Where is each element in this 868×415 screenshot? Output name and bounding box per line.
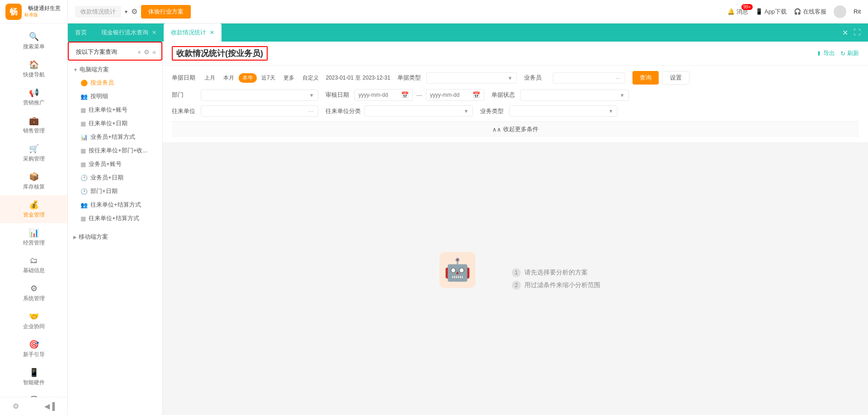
sidebar-item-operation[interactable]: 📊 经营管理	[0, 223, 67, 251]
basic-icon: 🗂	[30, 256, 38, 265]
audit-date-from-input[interactable]: 📅	[354, 89, 413, 101]
audit-date-from-field[interactable]	[359, 92, 399, 98]
sidebar-label-search: 搜索菜单	[23, 43, 45, 51]
query-button[interactable]: 查询	[632, 71, 659, 85]
cust-settle2-icon: ▦	[80, 215, 86, 222]
scheme-item-cust-dept-collect[interactable]: ▦ 按往来单位+部门+收...	[68, 144, 162, 157]
scheme-item-salesperson-date[interactable]: 🕐 业务员+日期	[68, 171, 162, 184]
scheme-group-desktop-header[interactable]: ▼ 电脑端方案	[68, 63, 162, 76]
scheme-item-customer-account[interactable]: ▦ 往来单位+账号	[68, 103, 162, 117]
export-button[interactable]: ⬆ 导出	[816, 49, 835, 57]
scheme-settings-button[interactable]: ⚙	[144, 48, 150, 56]
dept-arrow: ▾	[310, 92, 313, 99]
scheme-item-salesperson-settle[interactable]: 📊 业务员+结算方式	[68, 130, 162, 144]
doc-status-select[interactable]: ▾	[520, 90, 629, 101]
doc-status-arrow: ▾	[621, 92, 624, 99]
scheme-item-salesperson-account[interactable]: ▦ 业务员+账号	[68, 157, 162, 171]
audit-date-to-field[interactable]	[430, 92, 471, 98]
tab-collection-stat-close[interactable]: ✕	[210, 29, 214, 36]
sidebar-label-operation: 经营管理	[23, 239, 45, 247]
app-download-button[interactable]: 📱 App下载	[755, 8, 787, 16]
header-gear-icon[interactable]: ⚙	[131, 7, 137, 16]
sidebar-item-basic[interactable]: 🗂 基础信息	[0, 251, 67, 279]
scheme-group-mobile-header[interactable]: ▶ 移动端方案	[68, 231, 162, 243]
scheme-item-customer-date[interactable]: ▦ 往来单位+日期	[68, 117, 162, 130]
tab-close-all-icon[interactable]: ✕	[842, 28, 848, 37]
tab-home[interactable]: 首页	[68, 24, 94, 42]
marketing-icon: 📢	[29, 88, 39, 98]
audit-date-to-input[interactable]: 📅	[426, 89, 484, 101]
refresh-icon: ↻	[840, 50, 845, 57]
date-tab-prev-month[interactable]: 上月	[201, 73, 219, 83]
sidebar-item-sales[interactable]: 💼 销售管理	[0, 111, 67, 139]
counterpart-select[interactable]: ···	[201, 105, 318, 117]
tab-fullscreen-icon[interactable]: ⛶	[854, 28, 861, 37]
empty-tip-1: 1 请先选择要分析的方案	[512, 268, 600, 277]
set-button[interactable]: 设置	[662, 71, 689, 85]
collapse-panel-button[interactable]: «	[152, 48, 156, 56]
trial-button[interactable]: 体验行业方案	[141, 5, 191, 19]
scheme-item-by-salesperson[interactable]: 🟠 按业务员	[68, 76, 162, 90]
date-tab-this-year[interactable]: 本年	[239, 73, 257, 83]
settings-bottom-icon[interactable]: ⚙	[13, 402, 19, 410]
scheme-item-cust-settle2[interactable]: ▦ 往来单位+结算方式	[68, 212, 162, 225]
filter-biz-type: 业务类型 ▾	[480, 105, 618, 117]
header-dropdown-icon[interactable]: ▾	[125, 9, 127, 15]
online-service-button[interactable]: 🎧 在线客服	[794, 8, 826, 16]
date-tab-custom[interactable]: 自定义	[299, 73, 322, 83]
scheme-item-by-detail[interactable]: 👥 按明细	[68, 90, 162, 103]
counterpart-type-select[interactable]: ▾	[364, 105, 473, 117]
date-tab-this-month[interactable]: 本月	[220, 73, 238, 83]
sidebar-item-search[interactable]: 🔍 搜索菜单	[0, 27, 67, 55]
tab-bank-flow[interactable]: 现金银行流水查询 ✕	[94, 24, 164, 42]
scheme-item-label-salesperson: 按业务员	[90, 79, 114, 87]
scheme-group-mobile-label: 移动端方案	[79, 233, 108, 241]
sidebar-item-quick-nav[interactable]: 🏠 快捷导航	[0, 55, 67, 83]
add-scheme-button[interactable]: +	[137, 48, 141, 56]
sidebar: 畅 畅捷通好生意 标准版 🔍 搜索菜单 🏠 快捷导航 📢 营销推广 💼 销售管理…	[0, 0, 68, 415]
sp-date-icon: 🕐	[80, 174, 88, 181]
sidebar-item-guide[interactable]: 🎯 新手引导	[0, 335, 67, 363]
doc-type-select[interactable]: ▾	[426, 72, 517, 84]
filter-doc-status: 单据状态 ▾	[491, 90, 629, 101]
scheme-item-dept-date[interactable]: 🕐 部门+日期	[68, 184, 162, 198]
sidebar-item-marketing[interactable]: 📢 营销推广	[0, 83, 67, 111]
empty-tip-2-text: 用过滤条件来缩小分析范围	[524, 281, 600, 289]
tab-bank-flow-close[interactable]: ✕	[152, 29, 156, 36]
date-tab-more[interactable]: 更多	[280, 73, 298, 83]
sidebar-logo: 畅 畅捷通好生意 标准版	[0, 0, 67, 24]
biz-type-label: 业务类型	[480, 107, 505, 115]
date-tab-last7[interactable]: 近7天	[258, 73, 279, 83]
sidebar-item-inventory[interactable]: 📦 库存核算	[0, 167, 67, 195]
operation-icon: 📊	[29, 228, 39, 238]
empty-tips: 1 请先选择要分析的方案 2 用过滤条件来缩小分析范围	[512, 268, 600, 290]
app-download-label: App下载	[764, 8, 787, 16]
biz-type-select[interactable]: ▾	[509, 105, 618, 117]
group-expand-arrow: ▼	[73, 67, 78, 72]
sidebar-item-capital[interactable]: 💰 资金管理	[0, 195, 67, 223]
notification-button[interactable]: 🔔 消息 99+	[727, 8, 748, 16]
sidebar-item-wechat[interactable]: 💬 企业微信	[0, 391, 67, 397]
sidebar-label-basic: 基础信息	[23, 267, 45, 274]
refresh-button[interactable]: ↻ 刷新	[840, 49, 859, 57]
sidebar-label-quick-nav: 快捷导航	[23, 71, 45, 79]
audit-date-to-cal-icon: 📅	[472, 91, 480, 99]
left-panel: 按以下方案查询 + ⚙ « ▼ 电脑端方案 🟠 按业务员 👥 按明细	[68, 42, 163, 415]
tab-collection-stat[interactable]: 收款情况统计 ✕	[164, 24, 222, 42]
dept-select[interactable]: ▾	[201, 90, 318, 101]
page-title: 收款情况统计(按业务员)	[172, 46, 268, 61]
sidebar-item-purchase[interactable]: 🛒 采购管理	[0, 139, 67, 167]
date-range-sep: 至	[355, 74, 361, 82]
tab-bank-flow-label: 现金银行流水查询	[101, 28, 148, 37]
sidebar-item-corp[interactable]: 🤝 企业协同	[0, 307, 67, 335]
sidebar-item-system[interactable]: ⚙ 系统管理	[0, 279, 67, 307]
collapse-filter-bar[interactable]: ∧∧ 收起更多条件	[172, 121, 859, 137]
tip-num-2: 2	[512, 281, 521, 290]
header-left: 收款情况统计 ▾ ⚙ 体验行业方案	[75, 5, 191, 19]
online-service-label: 在线客服	[803, 8, 826, 16]
user-avatar[interactable]	[834, 5, 846, 18]
sidebar-item-hardware[interactable]: 📱 智能硬件	[0, 363, 67, 391]
salesperson-select[interactable]: ···	[553, 72, 625, 84]
scheme-item-cust-settle1[interactable]: 👥 往来单位+结算方式	[68, 198, 162, 212]
collapse-sidebar-icon[interactable]: ◀▐	[44, 402, 55, 410]
